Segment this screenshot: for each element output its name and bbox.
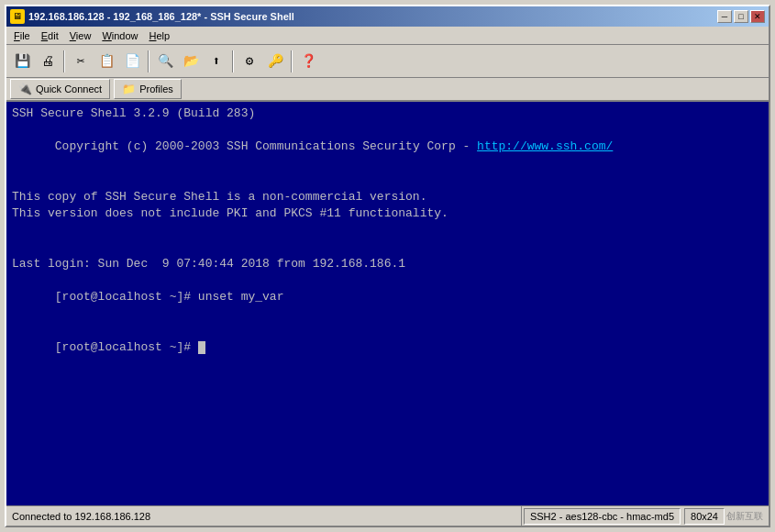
title-buttons: ─ □ ✕ <box>717 10 765 23</box>
quick-connect-button[interactable]: 🔌 Quick Connect <box>10 79 110 99</box>
toolbar-copy[interactable]: 📋 <box>94 50 118 73</box>
toolbar-upload[interactable]: ⬆ <box>205 50 228 73</box>
toolbar-find[interactable]: 🔍 <box>153 50 177 73</box>
menu-file[interactable]: File <box>8 28 36 43</box>
toolbar-paste[interactable]: 📄 <box>120 50 144 73</box>
cut-icon: ✂ <box>77 55 84 68</box>
window-title: 192.168.186.128 - 192_168_186_128* - SSH… <box>28 11 294 22</box>
minimize-button[interactable]: ─ <box>717 10 732 23</box>
menu-edit[interactable]: Edit <box>36 28 64 43</box>
menu-view[interactable]: View <box>64 28 97 43</box>
close-button[interactable]: ✕ <box>750 10 765 23</box>
toolbar-sep3 <box>232 50 234 72</box>
status-right: 创新互联 <box>726 510 769 523</box>
upload-icon: ⬆ <box>213 55 220 68</box>
profiles-label: Profiles <box>139 83 173 94</box>
status-bar: Connected to 192.168.186.128 SSH2 - aes1… <box>6 505 769 526</box>
toolbar-cut[interactable]: ✂ <box>69 50 93 73</box>
terminal-line-3 <box>12 172 763 189</box>
profiles-icon: 📁 <box>122 83 136 95</box>
prompt-1: [root@localhost ~]# <box>55 290 198 304</box>
toolbar-sep2 <box>148 50 149 72</box>
size-text: 80x24 <box>691 511 718 522</box>
terminal-line-1: SSH Secure Shell 3.2.9 (Build 283) <box>12 105 763 122</box>
maximize-button[interactable]: □ <box>734 10 748 23</box>
terminal-line-4: This copy of SSH Secure Shell is a non-c… <box>12 189 763 205</box>
toolbar-help[interactable]: ❓ <box>296 50 320 73</box>
terminal-line-6 <box>12 222 763 238</box>
title-bar-left: 🖥 192.168.186.128 - 192_168_186_128* - S… <box>10 9 294 24</box>
menu-bar: File Edit View Window Help <box>6 27 769 45</box>
connection-text: Connected to 192.168.186.128 <box>12 511 150 522</box>
toolbar-sep1 <box>63 50 65 72</box>
profiles-button[interactable]: 📁 Profiles <box>114 79 182 99</box>
main-window: 🖥 192.168.186.128 - 192_168_186_128* - S… <box>5 5 770 527</box>
quick-connect-icon: 🔌 <box>18 83 32 95</box>
keygen-icon: 🔑 <box>268 55 283 68</box>
menu-help[interactable]: Help <box>144 28 176 43</box>
copyright-text: Copyright (c) 2000-2003 SSH Communicatio… <box>55 139 477 153</box>
sftp-icon: 📂 <box>183 55 199 68</box>
prompt-2: [root@localhost ~]# <box>55 340 198 354</box>
quick-connect-label: Quick Connect <box>36 83 102 94</box>
terminal-line-5: This version does not include PKI and PK… <box>12 205 763 222</box>
cursor <box>198 341 205 354</box>
toolbar-keygen[interactable]: 🔑 <box>263 50 287 73</box>
encryption-text: SSH2 - aes128-cbc - hmac-md5 <box>530 511 674 522</box>
status-connection: Connected to 192.168.186.128 <box>6 506 522 526</box>
status-size: 80x24 <box>684 508 725 525</box>
find-icon: 🔍 <box>158 55 173 68</box>
terminal-line-2: Copyright (c) 2000-2003 SSH Communicatio… <box>12 122 763 172</box>
toolbar-sep4 <box>291 50 293 72</box>
command-1: unset my_var <box>198 290 284 304</box>
menu-window[interactable]: Window <box>96 28 143 43</box>
app-icon: 🖥 <box>10 9 25 24</box>
terminal-line-8: Last login: Sun Dec 9 07:40:44 2018 from… <box>12 256 763 272</box>
toolbar-settings[interactable]: ⚙ <box>238 50 261 73</box>
terminal-area[interactable]: SSH Secure Shell 3.2.9 (Build 283) Copyr… <box>6 102 769 505</box>
paste-icon: 📄 <box>125 55 140 68</box>
terminal-line-7 <box>12 239 763 256</box>
watermark-text: 创新互联 <box>726 510 763 523</box>
toolbar-sftp[interactable]: 📂 <box>179 50 203 73</box>
terminal-line-9: [root@localhost ~]# unset my_var <box>12 272 763 323</box>
status-encryption: SSH2 - aes128-cbc - hmac-md5 <box>524 508 681 525</box>
title-bar: 🖥 192.168.186.128 - 192_168_186_128* - S… <box>6 6 769 27</box>
print-icon: 🖨 <box>41 55 54 68</box>
copy-icon: 📋 <box>99 55 115 68</box>
ssh-link[interactable]: http://www.ssh.com/ <box>477 139 613 153</box>
toolbar-print[interactable]: 🖨 <box>36 50 60 73</box>
settings-icon: ⚙ <box>246 55 253 68</box>
save-icon: 💾 <box>15 55 30 68</box>
toolbar-save[interactable]: 💾 <box>10 50 34 73</box>
toolbar: 💾 🖨 ✂ 📋 📄 🔍 📂 ⬆ ⚙ 🔑 ❓ <box>6 45 769 78</box>
terminal-line-10: [root@localhost ~]# <box>12 322 763 372</box>
quickconnect-bar: 🔌 Quick Connect 📁 Profiles <box>6 78 769 102</box>
help-icon: ❓ <box>301 55 316 68</box>
